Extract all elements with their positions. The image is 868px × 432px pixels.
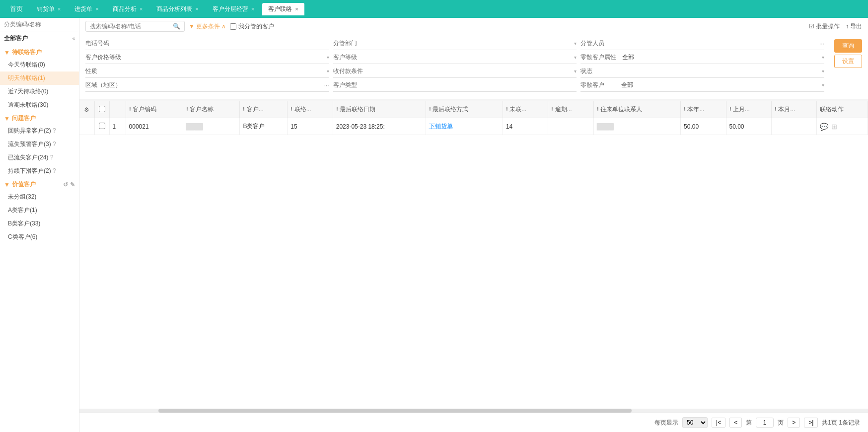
all-customers-header[interactable]: 全部客户 « xyxy=(0,31,79,46)
page-number-input[interactable] xyxy=(756,418,774,428)
last-page-button[interactable]: >| xyxy=(804,418,818,428)
nav-home[interactable]: 首页 xyxy=(4,2,29,15)
scrollbar-thumb[interactable] xyxy=(158,409,632,413)
row-num: 1 xyxy=(109,118,126,135)
col-checkbox[interactable] xyxy=(94,101,109,118)
retail-attr-select[interactable] xyxy=(638,55,824,60)
nav-customer-contact[interactable]: 客户联络× xyxy=(262,3,304,15)
my-customer-checkbox-area[interactable]: 我分管的客户 xyxy=(230,22,274,31)
col-settings[interactable]: ⚙ xyxy=(79,101,94,118)
sidebar-item-warning[interactable]: 流失预警客户(3) ? xyxy=(0,138,79,151)
row-checkbox[interactable] xyxy=(94,118,109,135)
setting-button[interactable]: 设置 xyxy=(834,55,862,68)
person-dots-icon xyxy=(819,40,824,47)
row-not-contacted: 14 xyxy=(503,118,548,135)
nav-product-analysis[interactable]: 商品分析× xyxy=(107,3,148,15)
sidebar-search-area: 🔍 xyxy=(0,18,79,31)
nav-purchase-order[interactable]: 进货单× xyxy=(69,3,104,15)
col-not-contacted[interactable]: ⁞ 未联... xyxy=(503,101,548,118)
filter-arrow-icon: ∧ xyxy=(221,23,226,30)
row-customer-name[interactable]: ████ xyxy=(183,118,240,135)
nature-select[interactable] xyxy=(124,69,329,74)
edit-icon[interactable]: ✎ xyxy=(70,181,75,188)
dept-label: 分管部门 xyxy=(333,39,368,48)
export-icon: ↑ xyxy=(846,23,849,30)
toolbar-search-input[interactable] xyxy=(90,23,171,30)
close-contact-icon[interactable]: × xyxy=(295,6,298,12)
toolbar-search-box: 🔍 xyxy=(85,21,185,32)
close-purchase-icon[interactable]: × xyxy=(95,6,98,12)
person-select[interactable] xyxy=(619,40,824,47)
col-customer-type[interactable]: ⁞ 客户... xyxy=(240,101,288,118)
col-action: 联络动作 xyxy=(817,101,868,118)
retail-attr-label: 零散客户属性 xyxy=(580,53,616,62)
comment-action-icon[interactable]: 💬 xyxy=(820,123,828,131)
refresh-icon[interactable]: ↺ xyxy=(63,181,68,188)
contact-method-link[interactable]: 下销货单 xyxy=(429,123,453,130)
toolbar: 🔍 ▼ 更多条件 ∧ 我分管的客户 ☑ 批量操作 ↑ 导出 xyxy=(79,18,868,35)
collapse-icon: « xyxy=(72,36,75,41)
close-product-analysis-icon[interactable]: × xyxy=(140,6,143,12)
filter-customer-level: 客户等级 xyxy=(333,53,577,64)
sidebar-item-7days[interactable]: 近7天待联络(0) xyxy=(0,85,79,98)
sidebar-item-tomorrow[interactable]: 明天待联络(1) xyxy=(0,72,79,85)
retail-customer-select[interactable] xyxy=(637,82,824,88)
row-select-checkbox[interactable] xyxy=(99,123,105,129)
sidebar-item-c[interactable]: C类客户(6) xyxy=(0,230,79,244)
sidebar-item-abnormal[interactable]: 回购异常客户(2) ? xyxy=(0,124,79,138)
row-overdue xyxy=(548,118,593,135)
more-filter-button[interactable]: ▼ 更多条件 ∧ xyxy=(189,22,226,31)
nav-customer-tier[interactable]: 客户分层经营× xyxy=(207,3,260,15)
region-select[interactable] xyxy=(125,82,329,89)
toolbar-search-icon[interactable]: 🔍 xyxy=(173,23,180,30)
col-this-year[interactable]: ⁞ 本年... xyxy=(681,101,726,118)
retail-attr-value: 全部 xyxy=(622,53,634,62)
customer-level-select[interactable] xyxy=(372,55,577,60)
col-last-contact-date[interactable]: ⁞ 最后联络日期 xyxy=(333,101,426,118)
payment-select[interactable] xyxy=(372,69,577,74)
dept-select[interactable] xyxy=(372,41,577,46)
horizontal-scrollbar[interactable] xyxy=(79,409,868,413)
status-select[interactable] xyxy=(619,69,824,74)
first-page-button[interactable]: |< xyxy=(712,418,725,428)
sidebar-item-declining[interactable]: 持续下滑客户(2) ? xyxy=(0,164,79,178)
query-button[interactable]: 查询 xyxy=(834,39,862,53)
col-unit-contact[interactable]: ⁞ 往来单位联系人 xyxy=(593,101,680,118)
close-tier-icon[interactable]: × xyxy=(251,6,254,12)
page-label: 第 xyxy=(746,419,752,427)
col-last-month[interactable]: ⁞ 上月... xyxy=(726,101,771,118)
nature-label: 性质 xyxy=(85,67,120,75)
sidebar-item-today[interactable]: 今天待联络(0) xyxy=(0,58,79,72)
next-page-button[interactable]: > xyxy=(788,418,800,428)
grid-action-icon[interactable]: ⊞ xyxy=(831,123,837,131)
col-contacts[interactable]: ⁞ 联络... xyxy=(288,101,333,118)
export-button[interactable]: ↑ 导出 xyxy=(846,22,862,31)
col-overdue[interactable]: ⁞ 逾期... xyxy=(548,101,593,118)
sidebar-search-input[interactable] xyxy=(4,21,78,28)
value-level-arrow-icon xyxy=(327,55,329,60)
col-customer-name[interactable]: ⁞ 客户名称 xyxy=(183,101,240,118)
filter-value-level: 客户价格等级 xyxy=(85,53,329,64)
close-product-list-icon[interactable]: × xyxy=(195,6,198,12)
value-level-select[interactable] xyxy=(125,55,329,60)
per-page-select[interactable]: 50 100 200 xyxy=(682,417,708,428)
unit-contact-masked: ████ xyxy=(597,123,614,130)
select-all-checkbox[interactable] xyxy=(99,106,105,112)
toolbar-right: ☑ 批量操作 ↑ 导出 xyxy=(809,22,862,31)
my-customer-checkbox[interactable] xyxy=(230,23,236,30)
row-last-contact-method[interactable]: 下销货单 xyxy=(426,118,503,135)
filter-row-3: 性质 收付款条件 状态 xyxy=(85,67,824,78)
col-last-contact-method[interactable]: ⁞ 最后联络方式 xyxy=(426,101,503,118)
sidebar-item-ungrouped[interactable]: 未分组(32) xyxy=(0,190,79,204)
prev-page-button[interactable]: < xyxy=(729,418,742,428)
nav-sales-order[interactable]: 销货单× xyxy=(31,3,67,15)
batch-operation-button[interactable]: ☑ 批量操作 xyxy=(809,22,840,31)
close-sales-icon[interactable]: × xyxy=(58,6,61,12)
col-this-month[interactable]: ⁞ 本月... xyxy=(771,101,816,118)
sidebar-item-overdue[interactable]: 逾期未联络(30) xyxy=(0,98,79,112)
sidebar-item-a[interactable]: A类客户(1) xyxy=(0,204,79,217)
sidebar-item-b[interactable]: B类客户(33) xyxy=(0,217,79,230)
nav-product-analysis-list[interactable]: 商品分析列表× xyxy=(150,3,204,15)
sidebar-item-lost[interactable]: 已流失客户(24) ? xyxy=(0,151,79,164)
col-customer-code[interactable]: ⁞ 客户编码 xyxy=(126,101,183,118)
